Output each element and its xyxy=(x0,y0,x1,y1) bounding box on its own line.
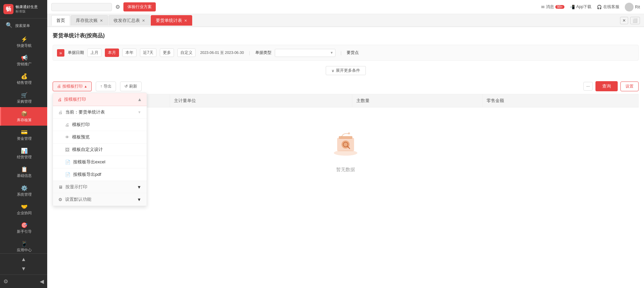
date-btn-last-month[interactable]: 上月 xyxy=(87,49,101,57)
expand-more-button[interactable]: ∨ 展开更多条件 xyxy=(326,66,366,75)
query-button[interactable]: 查询 xyxy=(595,81,618,91)
dropdown-item-export-excel[interactable]: 📄 按模板导出excel xyxy=(53,156,147,168)
tabs-bar: 首页 库存批次账 ✕ 收发存汇总表 ✕ 要货单统计表 ✕ ✕ ⬜ xyxy=(47,14,644,27)
date-btn-custom[interactable]: 自定义 xyxy=(177,49,196,57)
sidebar: 畅 畅康通好生意 标准版 🔍 搜索菜单 ⚡ 快捷导航 📢 营销推广 💰 销售管理… xyxy=(0,0,47,288)
sidebar-item-guide[interactable]: 🎯 新手引导 xyxy=(0,219,47,237)
empty-state-icon xyxy=(329,128,362,161)
main-area: ⚙ 体验行业方案 ✉ 消息 99+ 📲 App下载 🎧 在线客服 Rit xyxy=(47,0,644,288)
sidebar-bottom: ⚙ ◀ xyxy=(0,275,47,288)
more-options-button[interactable]: ··· xyxy=(583,82,593,91)
date-btn-7days[interactable]: 近7天 xyxy=(140,49,156,57)
dropdown-item-left: 🖨 模板打印 xyxy=(65,122,90,128)
sidebar-item-purchase[interactable]: 🛒 采购管理 xyxy=(0,89,47,107)
tab-close-cashflow[interactable]: ✕ xyxy=(142,19,145,23)
print-template-button[interactable]: 🖨 按模板打印 ▲ xyxy=(53,82,92,91)
headset-icon: 🎧 xyxy=(597,5,602,9)
sidebar-item-appstore[interactable]: 📱 应用中心 xyxy=(0,237,47,253)
sidebar-item-sales[interactable]: 💰 销售管理 xyxy=(0,70,47,88)
refresh-button[interactable]: ↺ 刷新 xyxy=(120,82,142,91)
message-label: 消息 xyxy=(546,4,554,10)
tab-close-all-button[interactable]: ✕ xyxy=(620,17,628,24)
dropdown-item-template-print[interactable]: 🖨 模板打印 xyxy=(53,119,147,131)
sidebar-item-operations[interactable]: 📊 经营管理 xyxy=(0,144,47,163)
message-badge: 99+ xyxy=(555,5,564,9)
template-print-icon: 🖨 xyxy=(65,122,69,127)
collab-icon: 🤝 xyxy=(21,203,28,210)
dropdown-default-func[interactable]: ⚙ 设置默认功能 ▼ xyxy=(53,193,147,206)
topbar-search-input[interactable] xyxy=(55,5,108,9)
topbar-gear-icon[interactable]: ⚙ xyxy=(115,4,120,10)
tabs-right-buttons: ✕ ⬜ xyxy=(620,17,640,24)
sidebar-item-label: 资金管理 xyxy=(17,136,32,141)
dropdown-item-left: 📄 按模板导出excel xyxy=(65,159,105,165)
sidebar-item-label: 销售管理 xyxy=(17,81,32,85)
sidebar-item-collab[interactable]: 🤝 企业协同 xyxy=(0,200,47,219)
date-btn-this-year[interactable]: 本年 xyxy=(122,49,137,57)
type-filter-label: 单据类型 xyxy=(255,50,271,56)
tab-requisition[interactable]: 要货单统计表 ✕ xyxy=(151,15,192,26)
filter-toggle-button[interactable]: » xyxy=(57,49,64,57)
dropdown-header: 🖨 按模板打印 ▲ xyxy=(53,93,147,106)
sidebar-item-label: 系统管理 xyxy=(17,192,32,197)
sidebar-item-basic[interactable]: 📋 基础信息 xyxy=(0,163,47,181)
excel-icon: 📄 xyxy=(65,160,70,165)
dropdown-sub-left: 🖥 按显示打印 xyxy=(58,184,87,190)
sidebar-scroll-down[interactable]: ▼ xyxy=(20,264,28,273)
export-button[interactable]: ↑ 导出 xyxy=(96,82,116,91)
settings-button[interactable]: 设置 xyxy=(620,82,639,91)
tab-maximize-button[interactable]: ⬜ xyxy=(630,17,640,24)
th-amount: 零售金额 xyxy=(482,94,638,107)
sidebar-item-label: 营销推广 xyxy=(17,62,32,66)
dropdown-item-template-preview[interactable]: 👁 模板预览 xyxy=(53,131,147,143)
sidebar-scroll-up[interactable]: ▲ xyxy=(20,255,28,264)
trial-industry-button[interactable]: 体验行业方案 xyxy=(123,2,156,11)
dropdown-current-template[interactable]: 🖨 当前：要货单统计表 ▼ xyxy=(53,106,147,119)
tab-close-batch[interactable]: ✕ xyxy=(100,19,103,23)
customer-service-label: 在线客服 xyxy=(603,4,619,10)
sidebar-item-label: 基础信息 xyxy=(17,173,32,178)
sidebar-item-label: 快捷导航 xyxy=(17,43,32,48)
app-logo-icon: 畅 xyxy=(3,4,13,14)
sidebar-item-system[interactable]: ⚙️ 系统管理 xyxy=(0,182,47,200)
tab-batch[interactable]: 库存批次账 ✕ xyxy=(71,15,108,26)
sidebar-scroll-arrows: ▲ ▼ xyxy=(0,253,47,275)
sidebar-search-label: 搜索菜单 xyxy=(15,23,30,28)
type-select[interactable] xyxy=(275,49,335,57)
tab-home[interactable]: 首页 xyxy=(51,15,70,26)
topbar-app-download[interactable]: 📲 App下载 xyxy=(570,4,591,10)
dropdown-header-right: ▲ xyxy=(137,97,142,102)
sidebar-collapse-icon[interactable]: ◀ xyxy=(40,278,44,285)
date-btn-more[interactable]: 更多 xyxy=(160,49,174,57)
sidebar-item-inventory[interactable]: 📦 库存核算 xyxy=(0,107,47,126)
dropdown-close-button[interactable]: ▲ xyxy=(137,97,142,102)
default-func-arrow: ▼ xyxy=(137,197,141,202)
basic-icon: 📋 xyxy=(21,166,28,172)
sidebar-settings-icon[interactable]: ⚙ xyxy=(3,278,8,285)
date-btn-this-month[interactable]: 本月 xyxy=(105,49,119,57)
expand-icon: ∨ xyxy=(331,68,334,73)
dropdown-item-export-pdf[interactable]: 📄 按模板导出pdf xyxy=(53,168,147,181)
dropdown-item-left: 👁 模板预览 xyxy=(65,134,90,140)
display-print-arrow: ▼ xyxy=(137,185,141,190)
tab-cashflow[interactable]: 收发存汇总表 ✕ xyxy=(109,15,150,26)
sidebar-item-marketing[interactable]: 📢 营销推广 xyxy=(0,51,47,70)
tab-close-requisition[interactable]: ✕ xyxy=(184,19,187,23)
appstore-icon: 📱 xyxy=(21,241,28,247)
print-header-icon: 🖨 xyxy=(58,97,62,102)
dropdown-item-left: 🖼 模板自定义设计 xyxy=(65,147,103,153)
sidebar-item-finance[interactable]: 💳 资金管理 xyxy=(0,126,47,144)
default-func-icon: ⚙ xyxy=(58,197,62,202)
template-preview-label: 模板预览 xyxy=(72,134,90,140)
template-design-label: 模板自定义设计 xyxy=(72,147,103,153)
search-icon: 🔍 xyxy=(6,22,12,28)
sidebar-item-quick-nav[interactable]: ⚡ 快捷导航 xyxy=(0,33,47,51)
dropdown-item-template-design[interactable]: 🖼 模板自定义设计 xyxy=(53,143,147,156)
topbar-customer-service[interactable]: 🎧 在线客服 xyxy=(597,4,619,10)
sidebar-item-label: 企业协同 xyxy=(17,211,32,215)
sidebar-item-search[interactable]: 🔍 搜索菜单 xyxy=(0,19,47,33)
filter-separator2: | xyxy=(341,50,342,55)
topbar-user[interactable]: Rit xyxy=(625,3,640,11)
dropdown-display-print[interactable]: 🖥 按显示打印 ▼ xyxy=(53,181,147,193)
topbar-message[interactable]: ✉ 消息 99+ xyxy=(541,4,564,10)
